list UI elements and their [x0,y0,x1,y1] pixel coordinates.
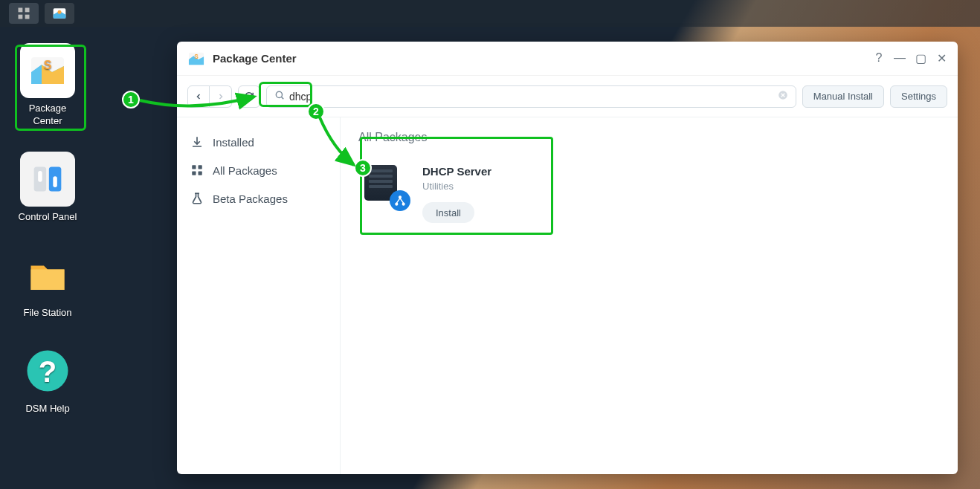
svg-line-17 [282,97,284,99]
svg-text:S: S [44,59,52,71]
chevron-left-icon [194,92,203,101]
svg-point-25 [399,196,402,198]
taskbar-package-center-icon[interactable] [45,3,74,24]
file-station-icon [20,247,75,302]
dsm-help-icon: ? [20,343,75,398]
window-controls: ? — ▢ ✕ [873,51,947,65]
annotation-badge-2: 2 [307,103,325,120]
package-center-icon: S [20,43,75,98]
window-titlebar: S Package Center ? — ▢ ✕ [177,42,958,76]
sidebar-item-label: All Packages [213,164,277,177]
manual-install-button[interactable]: Manual Install [802,85,884,108]
sidebar-item-label: Installed [213,136,254,149]
desktop-icon-label: DSM Help [25,403,69,415]
svg-rect-23 [199,172,202,175]
app-icon: S [187,50,205,68]
sidebar-item-all-packages[interactable]: All Packages [181,156,335,184]
desktop-icon-label: PackageCenter [29,103,67,128]
maximize-button[interactable]: ▢ [915,51,926,65]
sidebar-item-installed[interactable]: Installed [181,128,335,156]
package-center-small-icon [52,6,67,21]
svg-rect-0 [19,8,23,13]
svg-text:S: S [194,54,199,60]
help-button[interactable]: ? [873,51,885,65]
annotation-badge-1: 1 [122,91,140,109]
desktop-icon-label: File Station [23,307,71,320]
package-category: Utilities [422,181,491,192]
download-icon [190,135,204,149]
chevron-right-icon [216,92,225,101]
content-area: All Packages DHCP Server Utilities Insta… [341,117,958,474]
install-button[interactable]: Install [422,202,474,223]
svg-text:?: ? [39,355,57,388]
svg-rect-20 [192,165,196,169]
svg-rect-21 [199,165,202,169]
search-input[interactable] [289,91,778,103]
desktop-icons: S PackageCenter Control Panel File Stati… [10,43,85,415]
minimize-button[interactable]: — [894,51,906,65]
annotation-badge-3: 3 [354,159,372,177]
network-overlay-icon [390,190,410,211]
desktop-icon-file-station[interactable]: File Station [10,247,85,320]
grid-icon [16,6,31,21]
apps-grid-icon[interactable] [9,3,39,24]
section-title: All Packages [358,131,940,144]
search-icon [274,90,285,103]
package-center-window: S Package Center ? — ▢ ✕ [177,42,958,474]
svg-point-26 [396,203,398,205]
package-meta: DHCP Server Utilities Install [422,165,491,223]
beta-icon [190,192,204,205]
svg-rect-2 [19,15,23,19]
svg-point-27 [402,203,404,205]
taskbar [0,0,980,27]
package-name: DHCP Server [422,165,491,178]
svg-point-16 [276,91,282,97]
desktop-icon-package-center[interactable]: S PackageCenter [10,43,85,128]
desktop-icon-dsm-help[interactable]: ? DSM Help [10,343,85,415]
settings-button[interactable]: Settings [890,85,947,108]
svg-point-5 [58,10,62,14]
desktop-icon-control-panel[interactable]: Control Panel [10,152,85,224]
sidebar: Installed All Packages Beta Packages [177,117,341,474]
grid-icon [190,163,204,177]
desktop-icon-label: Control Panel [19,211,77,224]
svg-rect-22 [192,172,196,175]
back-button[interactable] [187,85,210,108]
search-box[interactable] [266,85,796,108]
refresh-button[interactable] [238,85,260,108]
window-body: Installed All Packages Beta Packages All… [177,117,958,474]
window-title: Package Center [213,52,873,65]
svg-rect-1 [25,8,30,13]
forward-button[interactable] [210,85,232,108]
sidebar-item-beta-packages[interactable]: Beta Packages [181,184,335,213]
control-panel-icon [20,152,75,207]
toolbar: Manual Install Settings [177,76,958,117]
svg-rect-10 [38,171,42,182]
svg-rect-11 [53,176,57,187]
close-button[interactable]: ✕ [935,51,947,65]
svg-rect-3 [25,15,30,19]
refresh-icon [244,91,254,102]
package-card[interactable]: DHCP Server Utilities Install [358,156,544,232]
nav-buttons [187,85,232,108]
sidebar-item-label: Beta Packages [213,192,288,205]
clear-search-icon[interactable] [778,90,788,103]
